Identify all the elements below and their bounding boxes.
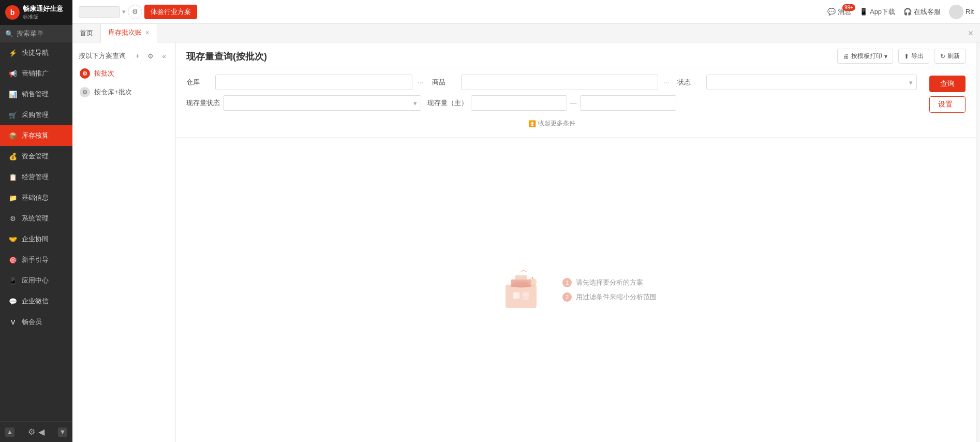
- refresh-label: 刷新: [947, 52, 960, 61]
- left-panel-header-actions: ＋ ⚙ «: [132, 51, 169, 61]
- left-panel: 按以下方案查询 ＋ ⚙ « ⚙ 按批次 ⚙ 按仓库+批次: [72, 42, 176, 442]
- refresh-button[interactable]: ↻ 刷新: [934, 49, 966, 64]
- page-actions: 🖨 按模板打印 ▾ ⬆ 导出 ↻ 刷新: [837, 49, 966, 64]
- filter-stock-status: 现存量状态: [186, 95, 421, 111]
- messages-button[interactable]: 💬 消息 99+: [827, 7, 851, 17]
- product-dots-button[interactable]: ···: [661, 78, 672, 86]
- sidebar-item-basic[interactable]: 📁 基础信息: [0, 187, 72, 208]
- topbar-settings-button[interactable]: ⚙: [128, 5, 142, 19]
- sidebar-item-purchase[interactable]: 🛒 采购管理: [0, 105, 72, 125]
- sidebar: b 畅康通好生意 标准版 🔍 搜索菜单 ⚡ 快捷导航 📢 营销推广 📊 销售管理…: [0, 0, 72, 442]
- warehouse-dots-button[interactable]: ···: [415, 78, 426, 86]
- add-plan-button[interactable]: ＋: [132, 51, 142, 61]
- sidebar-item-inventory[interactable]: 📦 库存核算: [0, 125, 72, 146]
- filter-product: 商品 ···: [432, 75, 672, 90]
- tab-home[interactable]: 首页: [72, 24, 101, 42]
- phone-icon: 📱: [859, 8, 868, 16]
- tab-close-icon[interactable]: ✕: [145, 30, 150, 36]
- collapse-panel-button[interactable]: «: [159, 51, 169, 61]
- query-button[interactable]: 查询: [929, 76, 966, 92]
- filter-status: 状态: [677, 75, 917, 90]
- settings-button[interactable]: 设置: [929, 96, 966, 113]
- stock-qty-min-input[interactable]: [471, 95, 567, 111]
- collapse-filter-button[interactable]: ⏫ 收起更多条件: [186, 116, 917, 131]
- tip-num-1: 1: [562, 278, 572, 287]
- stock-status-wrap: [223, 95, 421, 111]
- app-download-button[interactable]: 📱 App下载: [859, 7, 895, 17]
- service-icon: 🎧: [903, 8, 912, 16]
- sidebar-item-apps[interactable]: 📱 应用中心: [0, 270, 72, 291]
- plan-item-batch[interactable]: ⚙ 按批次: [72, 64, 175, 83]
- user-menu-button[interactable]: Rit: [949, 5, 974, 19]
- marketing-icon: 📢: [8, 69, 18, 78]
- online-service-button[interactable]: 🎧 在线客服: [903, 7, 941, 17]
- svg-rect-0: [506, 285, 537, 308]
- wechat-icon: 💬: [8, 297, 18, 306]
- collapse-label: 收起更多条件: [538, 119, 575, 128]
- settings-footer-icon[interactable]: ⚙: [28, 427, 35, 437]
- plan-settings-button[interactable]: ⚙: [145, 51, 156, 61]
- sidebar-item-operation[interactable]: 📋 经营管理: [0, 167, 72, 187]
- sidebar-item-label: 库存核算: [22, 131, 49, 140]
- status-filter-select[interactable]: [706, 75, 917, 90]
- svg-rect-6: [523, 298, 529, 300]
- sidebar-item-marketing[interactable]: 📢 营销推广: [0, 63, 72, 84]
- empty-illustration: [495, 264, 547, 316]
- search-icon: 🔍: [5, 30, 13, 38]
- sidebar-item-label: 应用中心: [22, 276, 49, 285]
- sidebar-nav: ⚡ 快捷导航 📢 营销推广 📊 销售管理 🛒 采购管理 📦 库存核算 💰 资金管…: [0, 42, 72, 421]
- tip-text-1: 请先选择要分析的方案: [576, 278, 643, 287]
- trial-button[interactable]: 体验行业方案: [144, 5, 197, 19]
- stock-qty-max-input[interactable]: [580, 95, 676, 111]
- sidebar-item-label: 企业微信: [22, 297, 49, 306]
- status-filter-label: 状态: [677, 78, 703, 87]
- sidebar-item-system[interactable]: ⚙ 系统管理: [0, 208, 72, 229]
- member-icon: V: [8, 317, 18, 327]
- inventory-batch-tab-label: 库存批次账: [108, 28, 142, 37]
- sidebar-item-label: 采购管理: [22, 110, 49, 120]
- collapse-sidebar-icon[interactable]: ◀: [38, 427, 44, 437]
- print-button[interactable]: 🖨 按模板打印 ▾: [837, 49, 893, 64]
- query-actions: 查询 设置: [923, 75, 966, 113]
- sidebar-item-quick-nav[interactable]: ⚡ 快捷导航: [0, 42, 72, 63]
- breadcrumb-arrow-icon: ▾: [122, 8, 126, 16]
- apps-icon: 📱: [8, 276, 18, 285]
- product-filter-input[interactable]: [461, 75, 658, 90]
- sidebar-item-sales[interactable]: 📊 销售管理: [0, 84, 72, 105]
- search-label: 搜索菜单: [17, 29, 43, 38]
- export-button[interactable]: ⬆ 导出: [898, 49, 929, 64]
- sidebar-search[interactable]: 🔍 搜索菜单: [0, 25, 72, 42]
- sidebar-scroll-up-button[interactable]: ▲: [5, 428, 14, 437]
- sidebar-item-label: 系统管理: [22, 214, 49, 223]
- sidebar-item-wechat[interactable]: 💬 企业微信: [0, 291, 72, 312]
- sidebar-item-guide[interactable]: 🎯 新手引导: [0, 249, 72, 270]
- guide-icon: 🎯: [8, 255, 18, 264]
- refresh-icon: ↻: [940, 53, 945, 60]
- filter-stock-qty: 现存量（主） —: [427, 95, 676, 111]
- sidebar-header-text: 畅康通好生意 标准版: [23, 4, 63, 21]
- sidebar-item-label: 基础信息: [22, 193, 49, 202]
- breadcrumb-input[interactable]: [79, 6, 120, 18]
- sidebar-item-label: 企业协同: [22, 234, 49, 244]
- export-label: 导出: [911, 52, 924, 61]
- sidebar-item-label: 新手引导: [22, 255, 49, 264]
- stock-status-select[interactable]: [223, 95, 421, 111]
- sidebar-item-corp[interactable]: 🤝 企业协同: [0, 229, 72, 249]
- sidebar-item-finance[interactable]: 💰 资金管理: [0, 146, 72, 167]
- tip-num-2: 2: [562, 292, 572, 302]
- sidebar-scroll-down-button[interactable]: ▼: [58, 428, 67, 437]
- quick-nav-icon: ⚡: [8, 48, 18, 57]
- warehouse-filter-input[interactable]: [215, 75, 412, 90]
- sidebar-item-label: 快捷导航: [22, 48, 49, 57]
- tab-close-page-icon[interactable]: ✕: [968, 29, 974, 37]
- corp-icon: 🤝: [8, 234, 18, 244]
- sidebar-item-member[interactable]: V 畅会员: [0, 312, 72, 332]
- plan-label-batch: 按批次: [94, 69, 114, 78]
- empty-tips: 1 请先选择要分析的方案 2 用过滤条件来缩小分析范围: [562, 278, 657, 302]
- topbar: ▾ ⚙ 体验行业方案 💬 消息 99+ 📱 App下载 🎧 在线客服 Rit: [72, 0, 980, 24]
- finance-icon: 💰: [8, 152, 18, 161]
- main-area: ▾ ⚙ 体验行业方案 💬 消息 99+ 📱 App下载 🎧 在线客服 Rit: [72, 0, 980, 442]
- plan-item-warehouse-batch[interactable]: ⚙ 按仓库+批次: [72, 83, 175, 101]
- tab-inventory-batch[interactable]: 库存批次账 ✕: [101, 24, 157, 42]
- right-scrollbar[interactable]: [976, 42, 980, 442]
